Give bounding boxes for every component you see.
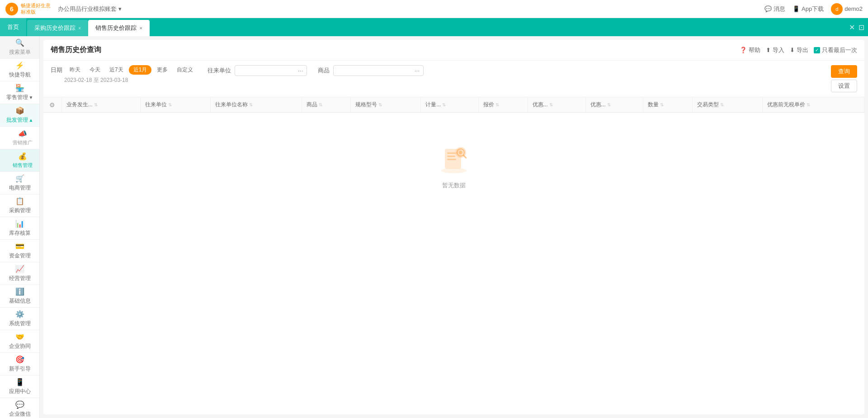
close-window-btn[interactable]: ✕	[849, 23, 855, 32]
app-center-icon: 📱	[15, 378, 24, 386]
page-header: 销售历史价查询 ❓ 帮助 ⬆ 导入 ⬇ 导出 ✓	[43, 40, 864, 61]
export-icon: ⬇	[790, 47, 795, 53]
sidebar-item-marketing[interactable]: 📣 营销推广	[0, 127, 39, 149]
help-icon: ❓	[740, 47, 747, 53]
close-sales-tab[interactable]: ×	[139, 25, 142, 31]
th-unit-name[interactable]: 往来单位名称 ⇅	[211, 97, 302, 113]
sidebar-item-sales[interactable]: 💰 销售管理	[0, 149, 39, 172]
operations-icon: 📈	[15, 265, 24, 273]
sort-icon: ⇅	[94, 102, 98, 107]
svg-rect-3	[447, 156, 455, 157]
date-tab-yesterday[interactable]: 昨天	[66, 65, 84, 75]
close-purchase-tab[interactable]: ×	[78, 25, 81, 31]
top-bar: 6 畅捷通好生意 标准版 办公用品行业模拟账套 ▾ 💬 消息 📱 App下载 d…	[0, 0, 868, 18]
th-quote[interactable]: 报价 ⇅	[479, 97, 528, 113]
top-bar-left: 6 畅捷通好生意 标准版 办公用品行业模拟账套 ▾	[5, 3, 125, 15]
system-icon: ⚙️	[15, 310, 24, 318]
sidebar-item-inventory[interactable]: 📊 库存核算	[0, 217, 39, 240]
sort-icon: ⇅	[319, 102, 322, 107]
goods-label: 商品	[318, 66, 330, 75]
sort-icon: ⇅	[720, 102, 724, 107]
help-button[interactable]: ❓ 帮助	[740, 46, 760, 54]
th-unit[interactable]: 往来单位 ⇅	[140, 97, 210, 113]
sidebar-item-system[interactable]: ⚙️ 系统管理	[0, 308, 39, 330]
th-biz-date[interactable]: 业务发生... ⇅	[61, 97, 140, 113]
page-title: 销售历史价查询	[51, 45, 101, 55]
query-button[interactable]: 查询	[831, 65, 857, 78]
user-menu[interactable]: d demo2	[831, 3, 863, 15]
sidebar-item-finance[interactable]: 💳 资金管理	[0, 240, 39, 262]
purchase-icon: 📋	[15, 197, 24, 205]
sort-icon: ⇅	[549, 102, 553, 107]
sidebar-item-operations[interactable]: 📈 经营管理	[0, 262, 39, 285]
chevron-up-icon: ▲	[29, 118, 33, 123]
tab-home[interactable]: 首页	[0, 18, 26, 36]
sort-icon: ⇅	[807, 102, 810, 107]
inventory-icon: 📊	[15, 219, 24, 228]
app-selector[interactable]: 办公用品行业模拟账套 ▾	[54, 3, 125, 15]
settings-button[interactable]: 设置	[831, 80, 857, 92]
tab-sales-history[interactable]: 销售历史价跟踪 ×	[88, 20, 149, 36]
table-container: ⚙ 业务发生... ⇅ 往来单位	[43, 97, 864, 414]
export-button[interactable]: ⬇ 导出	[790, 46, 808, 54]
finance-icon: 💳	[15, 242, 24, 251]
goods-input[interactable]: ···	[333, 65, 424, 76]
sidebar-item-wechat[interactable]: 💬 企业微信	[0, 398, 39, 418]
th-pre-discount-price[interactable]: 优惠前无税单价 ⇅	[763, 97, 864, 113]
sidebar-item-basic-info[interactable]: ℹ️ 基础信息	[0, 285, 39, 308]
maximize-btn[interactable]: ⊡	[859, 23, 864, 32]
sidebar: 🔍 搜索菜单 ⚡ 快捷导航 🏪 零售管理 ▼ 📦 批发管理 ▲ 📣 营销推广	[0, 36, 40, 418]
th-goods[interactable]: 商品 ⇅	[302, 97, 351, 113]
date-tab-7days[interactable]: 近7天	[106, 65, 127, 75]
last-only-checkbox[interactable]: ✓ 只看最后一次	[814, 46, 857, 54]
sort-icon: ⇅	[378, 102, 382, 107]
sort-icon: ⇅	[442, 102, 446, 107]
date-tab-today[interactable]: 今天	[86, 65, 104, 75]
marketing-icon: 📣	[18, 129, 27, 138]
sort-icon: ⇅	[168, 102, 172, 107]
sort-icon: ⇅	[495, 102, 499, 107]
svg-point-8	[459, 151, 462, 154]
tab-purchase-history[interactable]: 采购历史价跟踪 ×	[27, 20, 88, 36]
goods-filter: 商品 ···	[318, 65, 424, 76]
date-range-text: 2023-02-18 至 2023-03-18	[64, 76, 128, 84]
filter-bar: 日期 昨天 今天 近7天 近1月 更多 自定义 2023-02-18 至 202…	[43, 61, 864, 97]
message-icon: 💬	[764, 5, 772, 12]
sidebar-item-quick-nav[interactable]: ⚡ 快捷导航	[0, 59, 39, 81]
app-download-button[interactable]: 📱 App下载	[793, 5, 824, 13]
th-unit-measure[interactable]: 计量... ⇅	[421, 97, 479, 113]
message-button[interactable]: 💬 消息	[764, 5, 785, 13]
date-tab-custom[interactable]: 自定义	[173, 65, 197, 75]
tab-bar: 首页 采购历史价跟踪 × 销售历史价跟踪 × ✕ ⊡	[0, 18, 868, 36]
empty-state: 暂无数据	[43, 113, 864, 217]
sidebar-item-wholesale[interactable]: 📦 批发管理 ▲	[0, 104, 39, 127]
sidebar-item-guide[interactable]: 🎯 新手引导	[0, 353, 39, 375]
sidebar-item-search[interactable]: 🔍 搜索菜单	[0, 36, 39, 59]
checkbox-checked-icon: ✓	[814, 47, 820, 53]
search-icon: 🔍	[15, 38, 24, 47]
date-tab-more[interactable]: 更多	[153, 65, 171, 75]
sidebar-item-ecommerce[interactable]: 🛒 电商管理	[0, 172, 39, 195]
unit-input[interactable]: ···	[235, 65, 307, 76]
sales-icon: 💰	[18, 152, 27, 161]
date-tab-1month[interactable]: 近1月	[129, 65, 152, 75]
th-quantity[interactable]: 数量 ⇅	[643, 97, 693, 113]
cooperation-icon: 🤝	[15, 332, 24, 341]
empty-icon	[436, 140, 472, 176]
logo-icon: 6	[5, 3, 18, 15]
empty-text: 暂无数据	[442, 181, 466, 190]
import-button[interactable]: ⬆ 导入	[766, 46, 784, 54]
th-discount2[interactable]: 优惠... ⇅	[585, 97, 643, 113]
th-trade-type[interactable]: 交易类型 ⇅	[693, 97, 763, 113]
ecommerce-icon: 🛒	[15, 174, 24, 183]
sidebar-item-app-center[interactable]: 📱 应用中心	[0, 375, 39, 398]
th-settings[interactable]: ⚙	[43, 97, 61, 113]
sidebar-item-purchase[interactable]: 📋 采购管理	[0, 195, 39, 217]
th-discount1[interactable]: 优惠... ⇅	[528, 97, 585, 113]
th-spec[interactable]: 规格型号 ⇅	[351, 97, 421, 113]
sidebar-item-cooperation[interactable]: 🤝 企业协同	[0, 330, 39, 353]
action-buttons: 查询 设置	[831, 65, 857, 92]
tab-bar-actions: ✕ ⊡	[849, 23, 868, 32]
table-header-row: ⚙ 业务发生... ⇅ 往来单位	[43, 97, 864, 113]
sidebar-item-retail[interactable]: 🏪 零售管理 ▼	[0, 81, 39, 104]
